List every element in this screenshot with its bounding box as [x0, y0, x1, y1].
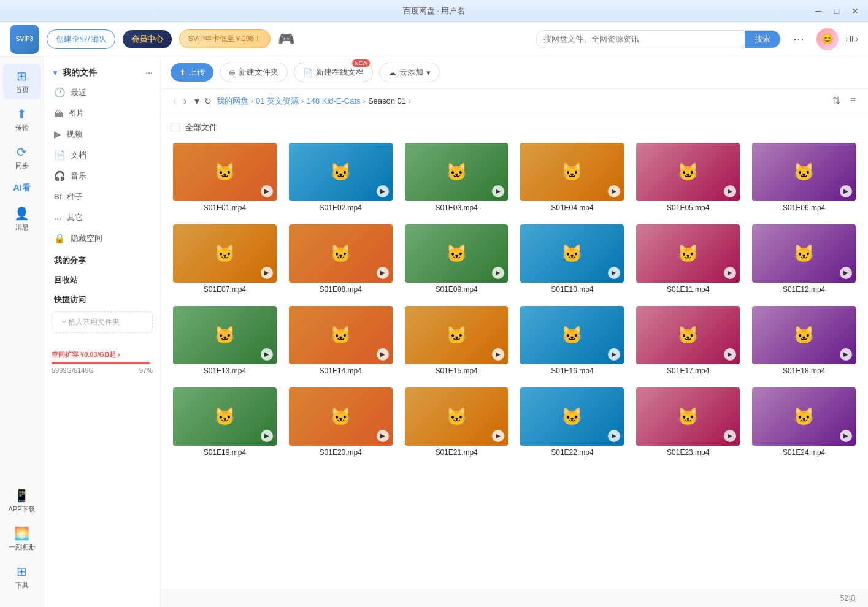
cloud-icon: ☁	[388, 68, 396, 77]
nav-item-app[interactable]: 📱 APP下载	[3, 483, 41, 519]
file-item-e15[interactable]: 🐱 ▶ S01E15.mp4	[402, 304, 511, 378]
play-icon: ▶	[724, 185, 736, 197]
file-name: S01E19.mp4	[173, 448, 277, 457]
file-thumb: 🐱 ▶	[520, 143, 624, 201]
titlebar-controls: ─ □ ✕	[813, 6, 861, 17]
back-button[interactable]: ‹	[171, 94, 179, 108]
sidebar-item-videos[interactable]: ▶ 视频	[44, 124, 160, 145]
file-item-e03[interactable]: 🐱 ▶ S01E03.mp4	[402, 140, 511, 215]
file-name: S01E02.mp4	[289, 204, 393, 212]
sidebar-label-music: 音乐	[71, 170, 86, 181]
transfer-icon: ⬆	[17, 107, 27, 121]
hi-label[interactable]: Hi ›	[846, 34, 858, 44]
select-all-checkbox[interactable]	[171, 123, 180, 132]
file-thumb: 🐱 ▶	[405, 224, 509, 283]
file-name: S01E06.mp4	[752, 204, 856, 212]
minimize-button[interactable]: ─	[813, 6, 824, 17]
file-item-e19[interactable]: 🐱 ▶ S01E19.mp4	[171, 385, 279, 459]
file-item-e08[interactable]: 🐱 ▶ S01E08.mp4	[286, 222, 395, 296]
nav-item-message[interactable]: 👤 消息	[3, 201, 41, 237]
forward-button[interactable]: ›	[181, 94, 189, 108]
search-button[interactable]: 搜索	[745, 31, 780, 48]
file-item-e12[interactable]: 🐱 ▶ S01E12.mp4	[750, 222, 858, 296]
play-icon: ▶	[840, 267, 852, 279]
upload-icon: ⬆	[179, 68, 186, 77]
restore-button[interactable]: □	[831, 6, 842, 17]
thumb-cats-icon: 🐱	[330, 407, 351, 427]
file-thumb: 🐱 ▶	[520, 387, 624, 446]
sidebar-item-photos[interactable]: 🏔 图片	[44, 103, 160, 124]
bc-expand-icon[interactable]: ›	[409, 97, 411, 105]
my-share-section[interactable]: 我的分享	[44, 249, 160, 269]
add-shortcut-button[interactable]: + 拾入常用文件夹	[52, 311, 153, 333]
file-item-e11[interactable]: 🐱 ▶ S01E11.mp4	[634, 222, 742, 296]
file-item-e24[interactable]: 🐱 ▶ S01E24.mp4	[750, 385, 858, 459]
nav-item-tools[interactable]: ⊞ 下具	[3, 559, 41, 595]
cloud-add-button[interactable]: ☁ 云添加 ▾	[379, 63, 440, 82]
dropdown-button[interactable]: ▾	[192, 94, 202, 108]
left-nav: ⊞ 首页 ⬆ 传输 ⟳ 同步 AI看 👤 消息 📱 AP	[0, 56, 44, 607]
sidebar-item-recent[interactable]: 🕐 最近	[44, 82, 160, 103]
file-thumb: 🐱 ▶	[405, 306, 509, 364]
sidebar-more-icon[interactable]: ···	[145, 68, 153, 78]
nav-item-transfer[interactable]: ⬆ 传输	[3, 102, 41, 137]
photo-icon: 🌅	[14, 526, 29, 541]
file-item-e09[interactable]: 🐱 ▶ S01E09.mp4	[402, 222, 511, 296]
avatar[interactable]: 😊	[816, 28, 839, 50]
ai-icon: AI看	[13, 183, 31, 194]
new-folder-button[interactable]: ⊕ 新建文件夹	[220, 63, 288, 82]
file-item-e16[interactable]: 🐱 ▶ S01E16.mp4	[518, 304, 626, 378]
sidebar-item-bt[interactable]: Bt 种子	[44, 186, 160, 207]
breadcrumb-path: 我的网盘 › 01 英文资源 › 148 Kid-E-Cats › Season…	[217, 96, 411, 107]
file-item-e23[interactable]: 🐱 ▶ S01E23.mp4	[634, 385, 742, 459]
file-item-e20[interactable]: 🐱 ▶ S01E20.mp4	[286, 385, 395, 459]
file-item-e04[interactable]: 🐱 ▶ S01E04.mp4	[518, 140, 626, 215]
storage-expand-button[interactable]: 空间扩容 ¥0.03/GB起 ›	[52, 350, 153, 359]
file-name: S01E20.mp4	[289, 448, 393, 457]
file-thumb: 🐱 ▶	[752, 387, 856, 446]
bc-item-english[interactable]: 01 英文资源	[256, 96, 299, 107]
create-team-button[interactable]: 创建企业/团队	[47, 29, 115, 49]
new-doc-button[interactable]: 📄 新建在线文档 NEW	[294, 63, 373, 82]
search-input[interactable]	[536, 31, 745, 47]
sidebar-item-hidden[interactable]: 🔒 隐藏空间	[44, 228, 160, 249]
nav-item-sync[interactable]: ⟳ 同步	[3, 140, 41, 175]
file-item-e14[interactable]: 🐱 ▶ S01E14.mp4	[286, 304, 395, 378]
nav-item-ai[interactable]: AI看	[3, 178, 41, 199]
thumb-cats-icon: 🐱	[446, 407, 467, 427]
list-view-button[interactable]: ≡	[848, 94, 858, 108]
file-item-e10[interactable]: 🐱 ▶ S01E10.mp4	[518, 222, 626, 296]
file-name: S01E16.mp4	[520, 367, 624, 375]
file-item-e06[interactable]: 🐱 ▶ S01E06.mp4	[750, 140, 858, 215]
sidebar-item-other[interactable]: ··· 其它	[44, 207, 160, 228]
main-content: ⬆ 上传 ⊕ 新建文件夹 📄 新建在线文档 NEW ☁ 云添加 ▾	[161, 56, 868, 607]
file-item-e13[interactable]: 🐱 ▶ S01E13.mp4	[171, 304, 279, 378]
upload-button[interactable]: ⬆ 上传	[171, 63, 213, 82]
file-thumb: 🐱 ▶	[636, 306, 740, 364]
file-grid: 🐱 ▶ S01E01.mp4 🐱 ▶ S01E02.mp4 🐱 ▶ S01E03…	[171, 140, 858, 459]
file-item-e18[interactable]: 🐱 ▶ S01E18.mp4	[750, 304, 858, 378]
file-item-e22[interactable]: 🐱 ▶ S01E22.mp4	[518, 385, 626, 459]
file-item-e21[interactable]: 🐱 ▶ S01E21.mp4	[402, 385, 511, 459]
file-item-e02[interactable]: 🐱 ▶ S01E02.mp4	[286, 140, 395, 215]
file-item-e01[interactable]: 🐱 ▶ S01E01.mp4	[171, 140, 279, 215]
bc-item-cats[interactable]: 148 Kid-E-Cats	[306, 96, 360, 105]
file-item-e07[interactable]: 🐱 ▶ S01E07.mp4	[171, 222, 279, 296]
nav-item-home[interactable]: ⊞ 首页	[3, 64, 41, 99]
game-icon[interactable]: 🎮	[278, 31, 294, 47]
sidebar-item-music[interactable]: 🎧 音乐	[44, 166, 160, 186]
file-thumb: 🐱 ▶	[289, 387, 393, 446]
close-button[interactable]: ✕	[850, 6, 861, 17]
recycle-section[interactable]: 回收站	[44, 269, 160, 288]
sidebar-item-docs[interactable]: 📄 文档	[44, 145, 160, 166]
sort-button[interactable]: ⇅	[830, 94, 843, 108]
file-thumb: 🐱 ▶	[752, 224, 856, 283]
refresh-button[interactable]: ↻	[204, 96, 212, 106]
nav-item-photo[interactable]: 🌅 一刻相册	[3, 521, 41, 557]
file-item-e17[interactable]: 🐱 ▶ S01E17.mp4	[634, 304, 742, 378]
svip-promo-button[interactable]: SVIP年卡低至￥198！	[179, 29, 271, 48]
header-more-button[interactable]: ⋯	[788, 30, 809, 48]
file-item-e05[interactable]: 🐱 ▶ S01E05.mp4	[634, 140, 742, 215]
bc-item-root[interactable]: 我的网盘	[217, 96, 248, 107]
vip-center-button[interactable]: 会员中心	[123, 30, 172, 48]
